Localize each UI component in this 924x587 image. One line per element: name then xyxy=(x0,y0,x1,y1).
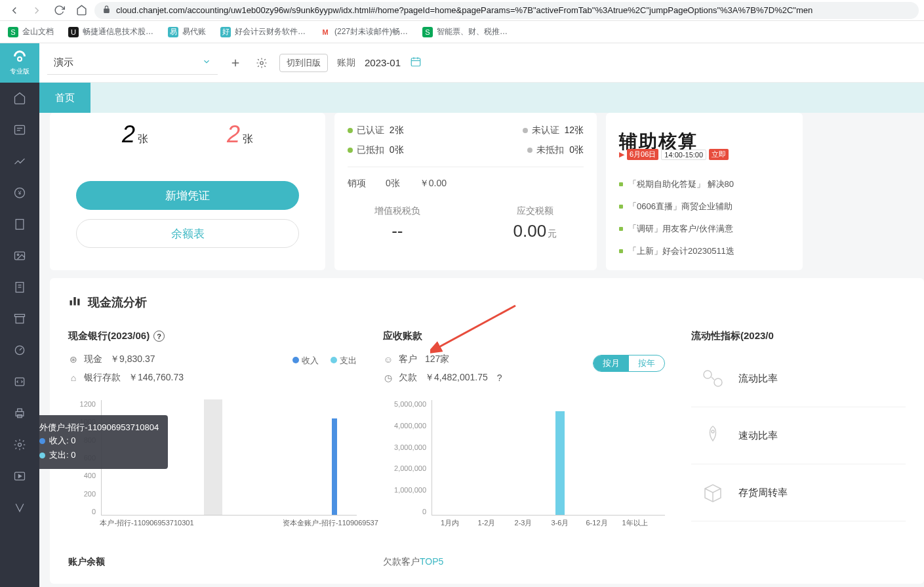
sidebar-image-icon[interactable] xyxy=(0,240,39,272)
lock-icon xyxy=(102,5,111,16)
svg-rect-29 xyxy=(411,58,420,66)
tab-home[interactable]: 首页 xyxy=(39,83,90,113)
ar-column: 应收账款 ☺客户127家 ◷欠款￥4,482,001.75? 按月 按年 xyxy=(383,330,665,568)
content: 2 张 2 张 新增凭证 余额表 已认证 2张 xyxy=(39,113,924,587)
sidebar-voucher-icon[interactable] xyxy=(0,114,39,146)
sidebar-video-icon[interactable] xyxy=(0,460,39,492)
company-name: 演示 xyxy=(54,56,73,69)
period-value: 2023-01 xyxy=(365,57,401,68)
url-bar[interactable]: cloud.chanjet.com/accounting/uw1eb00zy96… xyxy=(94,2,919,19)
svg-line-39 xyxy=(712,377,714,380)
box-icon xyxy=(698,477,728,508)
balance-sheet-button[interactable]: 余额表 xyxy=(76,219,299,248)
toggle-year[interactable]: 按年 xyxy=(629,355,664,371)
tax-panel: 已认证 2张 未认证 12张 已抵扣 0张 未抵扣 0张 销项 0张 ￥0.00 xyxy=(334,113,597,270)
sidebar-print-icon[interactable] xyxy=(0,397,39,429)
period-label: 账期 xyxy=(337,57,355,69)
news-banner[interactable]: 辅助核算 ▶ 6月06日 14:00-15:00 立即 xyxy=(619,121,790,163)
switch-old-button[interactable]: 切到旧版 xyxy=(279,54,328,72)
svg-rect-6 xyxy=(16,220,24,230)
voucher-panel: 2 张 2 张 新增凭证 余额表 xyxy=(50,113,325,270)
chart-tooltip: 外债户-招行-110906953710804 收入: 0 支出: 0 xyxy=(39,415,168,469)
tax-payable-metric: 应交税额 0.00元 xyxy=(513,205,557,241)
svg-rect-17 xyxy=(16,317,24,323)
svg-point-37 xyxy=(704,371,712,378)
sidebar-archive-icon[interactable] xyxy=(0,303,39,334)
metric-current-ratio[interactable]: 流动比率 xyxy=(691,350,906,407)
edition-label: 专业版 xyxy=(10,67,30,76)
company-select[interactable]: 演示 xyxy=(47,51,218,75)
clock-icon: ◷ xyxy=(383,373,393,383)
cash-bank-column: 现金银行(2023/06) ? ⊛现金￥9,830.37 ⌂银行存款￥146,7… xyxy=(68,330,357,568)
bookmark-label: 易代账 xyxy=(182,26,206,37)
nav-home-button[interactable] xyxy=(72,1,90,20)
rocket-icon xyxy=(698,420,728,451)
sidebar-gauge-icon[interactable] xyxy=(0,334,39,366)
help-icon[interactable]: ? xyxy=(153,331,165,342)
account-balance-title: 账户余额 xyxy=(68,556,357,568)
calendar-icon[interactable] xyxy=(410,56,422,70)
toggle-month[interactable]: 按月 xyxy=(593,355,629,371)
coin-icon: ⊛ xyxy=(68,354,79,365)
bookmark-item[interactable]: U畅捷通信息技术股… xyxy=(68,26,153,37)
sidebar-v-icon[interactable] xyxy=(0,492,39,523)
topbar: 演示 切到旧版 账期 2023-01 xyxy=(39,43,924,83)
sidebar-money-icon[interactable]: ¥ xyxy=(0,177,39,209)
bookmark-item[interactable]: 好好会计云财务软件… xyxy=(220,26,306,37)
vat-burden-metric: 增值税税负 -- xyxy=(374,205,420,241)
ratio-icon xyxy=(698,363,728,394)
metric-quick-ratio[interactable]: 速动比率 xyxy=(691,407,906,464)
bookmark-label: (227封未读邮件)畅… xyxy=(334,26,408,37)
svg-rect-1 xyxy=(15,125,25,134)
svg-point-12 xyxy=(17,254,19,256)
bookmark-label: 智能票、财、税推… xyxy=(437,26,508,37)
ar-aging-chart[interactable]: 5,000,0004,000,0003,000,0002,000,0001,00… xyxy=(383,400,665,531)
voucher-count: 2 xyxy=(122,121,135,148)
sidebar: 专业版 ¥ xyxy=(0,43,39,587)
sidebar-settings-icon[interactable] xyxy=(0,429,39,460)
add-button[interactable] xyxy=(227,54,244,71)
ar-top5-title: 欠款客户TOP5 xyxy=(383,556,665,568)
bookmark-item[interactable]: S金山文档 xyxy=(8,26,54,37)
sidebar-receipt-icon[interactable] xyxy=(0,272,39,303)
help-icon[interactable]: ? xyxy=(497,373,502,383)
bank-icon: ⌂ xyxy=(68,373,79,383)
voucher-stat: 2 张 xyxy=(122,121,148,148)
sidebar-report-icon[interactable] xyxy=(0,146,39,177)
news-panel: 辅助核算 ▶ 6月06日 14:00-15:00 立即 「税期自助化答疑」 解决… xyxy=(606,113,803,270)
tab-row: 首页 xyxy=(39,83,924,113)
bookmark-item[interactable]: 易易代账 xyxy=(168,26,206,37)
svg-rect-34 xyxy=(73,297,75,306)
svg-marker-25 xyxy=(18,475,21,478)
add-voucher-button[interactable]: 新增凭证 xyxy=(76,181,299,210)
svg-rect-21 xyxy=(18,409,22,411)
liquidity-column: 流动性指标(2023/0 流动比率 速动比率 存货周转率 xyxy=(691,330,906,568)
bookmark-label: 畅捷通信息技术股… xyxy=(83,26,153,37)
nav-forward-button[interactable] xyxy=(28,1,46,20)
nav-back-button[interactable] xyxy=(5,1,24,20)
svg-point-40 xyxy=(712,430,714,433)
news-item[interactable]: 「上新」好会计20230511迭 xyxy=(619,240,790,262)
sidebar-building-icon[interactable] xyxy=(0,209,39,240)
metric-inventory-turnover[interactable]: 存货周转率 xyxy=(691,464,906,521)
bookmark-item[interactable]: S智能票、财、税推… xyxy=(422,26,508,37)
nav-reload-button[interactable] xyxy=(50,1,68,20)
svg-point-23 xyxy=(18,443,22,447)
gear-icon[interactable] xyxy=(253,54,270,71)
sidebar-transfer-icon[interactable] xyxy=(0,366,39,397)
sidebar-home-icon[interactable] xyxy=(0,83,39,114)
news-item[interactable]: 「税期自助化答疑」 解决80 xyxy=(619,173,790,195)
url-text: cloud.chanjet.com/accounting/uw1eb00zy96… xyxy=(116,5,813,15)
voucher-count: 2 xyxy=(227,121,240,148)
news-item[interactable]: 「0606直播」商贸企业辅助 xyxy=(619,195,790,218)
svg-point-38 xyxy=(714,378,722,386)
news-item[interactable]: 「调研」用友客户/伙伴满意 xyxy=(619,218,790,240)
chevron-down-icon xyxy=(202,57,211,68)
svg-rect-33 xyxy=(70,300,72,306)
bookmark-item[interactable]: M(227封未读邮件)畅… xyxy=(320,26,408,37)
period-toggle: 按月 按年 xyxy=(593,355,665,372)
svg-point-28 xyxy=(260,61,264,64)
voucher-stat: 2 张 xyxy=(227,121,253,148)
logo[interactable]: 专业版 xyxy=(0,43,39,83)
user-icon: ☺ xyxy=(383,354,393,365)
